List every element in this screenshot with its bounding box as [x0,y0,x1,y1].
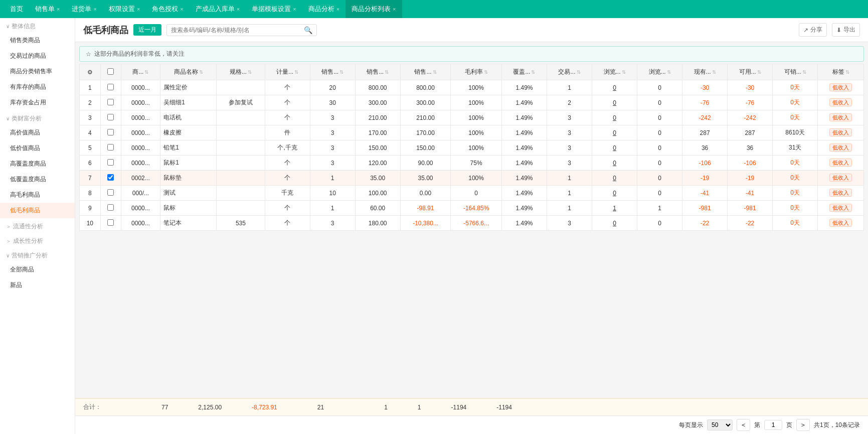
row-checkbox[interactable] [100,171,121,186]
row-views2: 1 [637,201,682,216]
col-checkbox[interactable] [100,64,121,80]
row-views1[interactable]: 0 [592,95,637,110]
col-sales-price[interactable]: 销售...⇅ [355,64,400,80]
row-checkbox[interactable] [100,125,121,140]
row-sales-profit: 90.00 [400,156,451,171]
row-checkbox[interactable] [100,110,121,125]
row-views1[interactable]: 0 [592,171,637,186]
row-checkbox[interactable] [100,95,121,110]
col-current-stock[interactable]: 现有...⇅ [682,64,728,80]
sidebar: ∨ 整体信息 销售类商品 交易过的商品 商品分类销售率 有库存的商品 库存资金占… [0,18,75,434]
sidebar-item-high-margin[interactable]: 高毛利商品 [0,187,75,203]
sidebar-item-sales-goods[interactable]: 销售类商品 [0,33,75,48]
per-page-select[interactable]: 50 100 200 [707,419,733,430]
row-code: 0000... [121,80,160,95]
close-icon[interactable]: × [237,6,240,12]
close-icon[interactable]: × [57,6,60,12]
select-all-checkbox[interactable] [107,68,114,75]
close-icon[interactable]: × [137,6,140,12]
row-spec: 535 [217,216,265,231]
table-container[interactable]: ⚙ 商...⇅ 商品名称⇅ 规格...⇅ 计量...⇅ 销售...⇅ 销售...… [75,64,868,398]
sidebar-item-all-goods[interactable]: 全部商品 [0,262,75,277]
nav-role-auth[interactable]: 角色授权 × [146,0,189,18]
tag-badge: 低收入 [829,113,852,121]
col-views2[interactable]: 浏览...⇅ [637,64,682,80]
export-button[interactable]: ⬇ 导出 [832,23,860,37]
row-views1[interactable]: 0 [592,216,637,231]
row-views1[interactable]: 0 [592,110,637,125]
row-checkbox[interactable] [100,216,121,231]
row-coverage: 1.49% [501,186,547,201]
sidebar-group-marketing[interactable]: ∨ 营销推广分析 [0,247,75,262]
search-icon[interactable]: 🔍 [304,26,312,34]
close-icon[interactable]: × [180,6,183,12]
row-views1[interactable]: 0 [592,156,637,171]
nav-product-analysis-list[interactable]: 商品分析列表 × [345,0,402,18]
col-settings[interactable]: ⚙ [80,64,101,80]
nav-template-settings[interactable]: 单据模板设置 × [246,0,302,18]
row-spec [217,201,265,216]
col-unit[interactable]: 计量...⇅ [265,64,310,80]
row-views1[interactable]: 1 [592,201,637,216]
sidebar-item-high-coverage[interactable]: 高覆盖度商品 [0,156,75,172]
next-page-button[interactable]: ＞ [796,419,810,431]
close-icon[interactable]: × [393,6,396,12]
col-tag[interactable]: 标签⇅ [818,64,864,80]
share-button[interactable]: ↗ 分享 [799,23,827,37]
sidebar-item-traded-goods[interactable]: 交易过的商品 [0,48,75,64]
sidebar-item-inventory-fund[interactable]: 库存资金占用 [0,95,75,110]
table-body: 1 0000... 属性定价 个 20 800.00 800.00 100% 1… [80,80,864,231]
nav-permissions[interactable]: 权限设置 × [103,0,146,18]
row-tag: 低收入 [818,110,864,125]
search-input[interactable] [171,27,304,34]
row-checkbox[interactable] [100,201,121,216]
col-name[interactable]: 商品名称⇅ [160,64,217,80]
sidebar-group-overall[interactable]: ∨ 整体信息 [0,18,75,33]
sidebar-item-in-stock[interactable]: 有库存的商品 [0,79,75,95]
row-views1[interactable]: 0 [592,140,637,156]
sidebar-item-low-coverage[interactable]: 低覆盖度商品 [0,172,75,187]
col-code[interactable]: 商...⇅ [121,64,160,80]
sidebar-item-new-goods[interactable]: 新品 [0,277,75,293]
row-no: 2 [80,95,101,110]
col-sales-qty[interactable]: 销售...⇅ [310,64,355,80]
col-views1[interactable]: 浏览...⇅ [592,64,637,80]
col-coverage[interactable]: 覆盖...⇅ [501,64,547,80]
sidebar-item-low-value[interactable]: 低价值商品 [0,140,75,156]
nav-home[interactable]: 首页 [4,0,29,18]
col-saleable[interactable]: 可销...⇅ [773,64,818,80]
notice-bar: ☆ 这部分商品的利润非常低，请关注 [79,46,864,62]
row-views2: 0 [637,171,682,186]
sidebar-item-low-margin[interactable]: 低毛利商品 [0,203,75,218]
row-views1[interactable]: 0 [592,80,637,95]
col-available[interactable]: 可用...⇅ [728,64,773,80]
row-views1[interactable]: 0 [592,125,637,140]
row-unit: 千克 [265,186,310,201]
close-icon[interactable]: × [293,6,296,12]
sidebar-group-circulation[interactable]: ＞ 流通性分析 [0,218,75,233]
page-number-input[interactable] [764,420,782,430]
row-checkbox[interactable] [100,156,121,171]
sidebar-group-wealth[interactable]: ∨ 类财富分析 [0,110,75,125]
nav-purchase-order[interactable]: 进货单 × [66,0,102,18]
nav-product-analysis[interactable]: 商品分析 × [302,0,345,18]
close-icon[interactable]: × [93,6,96,12]
nav-product-inbound[interactable]: 产成品入库单 × [190,0,246,18]
col-sales-profit[interactable]: 销售...⇅ [400,64,451,80]
row-checkbox[interactable] [100,186,121,201]
time-filter-button[interactable]: 近一月 [133,24,161,36]
prev-page-button[interactable]: ＜ [737,419,750,431]
col-transaction[interactable]: 交易...⇅ [547,64,592,80]
close-icon[interactable]: × [336,6,339,12]
row-checkbox[interactable] [100,80,121,95]
col-spec[interactable]: 规格...⇅ [217,64,265,80]
col-gross-margin[interactable]: 毛利率⇅ [451,64,502,80]
nav-sales-order[interactable]: 销售单 × [29,0,66,18]
row-views1[interactable]: 0 [592,186,637,201]
sidebar-item-category-sales-rate[interactable]: 商品分类销售率 [0,64,75,79]
sidebar-group-growth[interactable]: ＞ 成长性分析 [0,233,75,247]
footer-total-label: 合计： [83,403,101,411]
sidebar-item-high-value[interactable]: 高价值商品 [0,125,75,140]
row-no: 8 [80,186,101,201]
row-checkbox[interactable] [100,140,121,156]
